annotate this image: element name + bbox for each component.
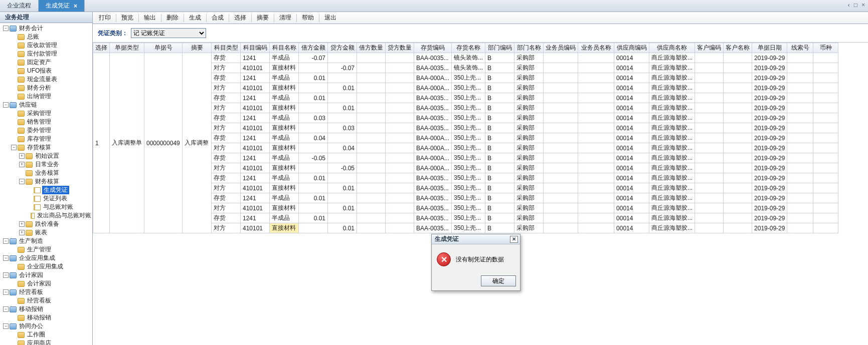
- nav-tree[interactable]: −财务会计总账应收款管理应付款管理固定资产UFO报表现金流量表财务分析出纳管理−…: [0, 23, 92, 345]
- column-header[interactable]: 贷方金额: [328, 43, 357, 53]
- dialog-ok-button[interactable]: 确定: [481, 275, 516, 286]
- collapse-icon[interactable]: −: [3, 306, 9, 312]
- tab-enterprise-process[interactable]: 企业流程: [0, 0, 39, 12]
- close-icon[interactable]: ×: [74, 3, 77, 10]
- tree-node[interactable]: −会计家园: [0, 271, 92, 279]
- column-header[interactable]: 客户名称: [724, 43, 752, 53]
- collapse-icon[interactable]: −: [19, 179, 25, 184]
- toolbar-button[interactable]: 输出: [141, 13, 159, 23]
- toolbar-button[interactable]: 退出: [321, 13, 339, 23]
- toolbar-button[interactable]: 预览: [118, 13, 136, 23]
- column-header[interactable]: 币种: [813, 43, 838, 53]
- close-window-icon[interactable]: ×: [861, 2, 865, 9]
- toolbar-button[interactable]: 清理: [276, 13, 294, 23]
- column-header[interactable]: 供应商编码: [614, 43, 649, 53]
- tree-node[interactable]: +初始设置: [0, 152, 92, 160]
- tree-node[interactable]: −移动报销: [0, 305, 92, 313]
- tree-node[interactable]: −财务会计: [0, 24, 92, 33]
- tree-node[interactable]: 采购管理: [0, 109, 92, 118]
- tree-node[interactable]: −企业应用集成: [0, 254, 92, 262]
- dialog-titlebar[interactable]: 生成凭证 ✕: [432, 234, 520, 244]
- column-header[interactable]: 选择: [93, 43, 110, 53]
- collapse-icon[interactable]: −: [3, 26, 9, 31]
- collapse-icon[interactable]: −: [3, 289, 9, 295]
- tree-node[interactable]: 现金流量表: [0, 75, 92, 84]
- tree-node[interactable]: +账表: [0, 228, 92, 237]
- column-header[interactable]: 部门编码: [485, 43, 514, 53]
- collapse-icon[interactable]: −: [11, 145, 17, 150]
- table-row[interactable]: 1入库调整单0000000049入库调整存货1241半成品-0.07BAA-00…: [93, 53, 838, 63]
- toolbar-button[interactable]: 打印: [96, 13, 114, 23]
- tree-node[interactable]: −生产制造: [0, 237, 92, 245]
- collapse-icon[interactable]: −: [3, 238, 9, 244]
- tree-node[interactable]: 销售管理: [0, 118, 92, 126]
- column-header[interactable]: 存货名称: [452, 43, 485, 53]
- tree-node[interactable]: 固定资产: [0, 58, 92, 67]
- column-header[interactable]: 单据号: [144, 43, 183, 53]
- column-header[interactable]: 科目名称: [270, 43, 299, 53]
- tree-node[interactable]: 业务核算: [0, 169, 92, 177]
- tree-node[interactable]: 与总账对账: [0, 203, 92, 211]
- tree-node[interactable]: 总账: [0, 33, 92, 41]
- toolbar-button[interactable]: 合成: [209, 13, 227, 23]
- column-header[interactable]: 科目编码: [241, 43, 270, 53]
- column-header[interactable]: 借方数量: [357, 43, 386, 53]
- tree-node[interactable]: 委外管理: [0, 126, 92, 135]
- column-header[interactable]: 单据类型: [110, 43, 144, 53]
- column-header[interactable]: 贷方数量: [386, 43, 414, 53]
- toolbar-button[interactable]: 帮助: [299, 13, 317, 23]
- toolbar-button[interactable]: 生成: [186, 13, 204, 23]
- toolbar-button[interactable]: 选择: [231, 13, 249, 23]
- column-header[interactable]: 业务员名称: [578, 43, 614, 53]
- expand-icon[interactable]: +: [19, 221, 25, 227]
- tree-node[interactable]: −财务核算: [0, 177, 92, 186]
- tree-node[interactable]: 应收款管理: [0, 41, 92, 50]
- tree-node[interactable]: 应用商店: [0, 339, 92, 345]
- minimize-icon[interactable]: ‹: [848, 2, 850, 9]
- tree-node[interactable]: 移动报销: [0, 313, 92, 322]
- tree-node[interactable]: 库存管理: [0, 135, 92, 143]
- expand-icon[interactable]: +: [19, 153, 25, 159]
- tree-node[interactable]: 生产管理: [0, 245, 92, 254]
- voucher-type-select[interactable]: 记 记账凭证: [131, 28, 206, 38]
- column-header[interactable]: 科目类型: [212, 43, 241, 53]
- tree-node[interactable]: −供应链: [0, 101, 92, 109]
- collapse-icon[interactable]: −: [3, 255, 9, 261]
- tab-generate-voucher[interactable]: 生成凭证 ×: [39, 0, 85, 12]
- tree-node[interactable]: 经营看板: [0, 296, 92, 305]
- column-header[interactable]: 业务员编码: [544, 43, 578, 53]
- expand-icon[interactable]: +: [19, 230, 25, 235]
- collapse-icon[interactable]: −: [3, 272, 9, 278]
- tree-node[interactable]: −经营看板: [0, 288, 92, 296]
- grid-container[interactable]: 选择单据类型单据号摘要科目类型科目编码科目名称借方金额贷方金额借方数量贷方数量存…: [93, 42, 868, 233]
- tree-node[interactable]: 会计家园: [0, 279, 92, 288]
- column-header[interactable]: 线索号: [787, 43, 813, 53]
- tree-node[interactable]: −存货核算: [0, 143, 92, 152]
- tree-node[interactable]: 发出商品与总账对账: [0, 211, 92, 220]
- tree-node[interactable]: +日常业务: [0, 160, 92, 169]
- column-header[interactable]: 客户编码: [695, 43, 724, 53]
- tree-node[interactable]: 工作圈: [0, 330, 92, 339]
- tree-node[interactable]: 生成凭证: [0, 186, 92, 194]
- tree-node[interactable]: 凭证列表: [0, 194, 92, 203]
- column-header[interactable]: 存货编码: [414, 43, 452, 53]
- collapse-icon[interactable]: −: [3, 102, 9, 108]
- column-header[interactable]: 供应商名称: [649, 43, 695, 53]
- tree-node[interactable]: 财务分析: [0, 84, 92, 92]
- tree-node[interactable]: +跌价准备: [0, 220, 92, 228]
- column-header[interactable]: 部门名称: [514, 43, 544, 53]
- restore-icon[interactable]: □: [854, 2, 857, 9]
- tree-node[interactable]: −协同办公: [0, 322, 92, 330]
- collapse-icon[interactable]: −: [3, 323, 9, 329]
- expand-icon[interactable]: +: [19, 162, 25, 167]
- toolbar-button[interactable]: 摘要: [254, 13, 272, 23]
- tree-node[interactable]: UFO报表: [0, 67, 92, 75]
- tree-node[interactable]: 应付款管理: [0, 50, 92, 58]
- column-header[interactable]: 单据日期: [752, 43, 787, 53]
- column-header[interactable]: 摘要: [183, 43, 212, 53]
- dialog-close-button[interactable]: ✕: [510, 236, 518, 243]
- toolbar-button[interactable]: 删除: [163, 13, 182, 23]
- tree-node[interactable]: 企业应用集成: [0, 262, 92, 271]
- tree-node[interactable]: 出纳管理: [0, 92, 92, 101]
- column-header[interactable]: 借方金额: [299, 43, 328, 53]
